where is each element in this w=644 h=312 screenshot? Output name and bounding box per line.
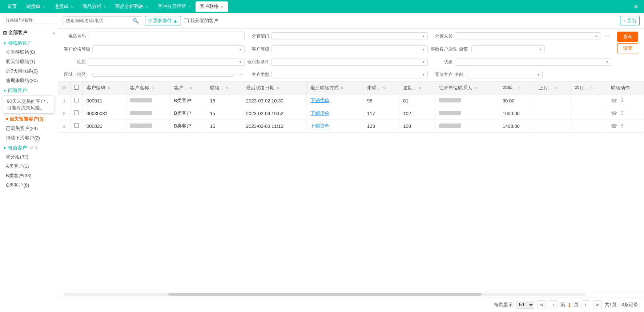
sort-icon-overdue[interactable]: ⇅: [419, 86, 422, 90]
row-contact-icon-2[interactable]: ☎: [611, 123, 617, 129]
chevron-down-icon-9: ▾: [423, 73, 424, 77]
col-gear[interactable]: ⚙: [58, 82, 71, 94]
tab-product-analysis-list[interactable]: 商品分析列表 ×: [111, 1, 152, 12]
query-button[interactable]: 查询: [617, 32, 638, 42]
row-checkbox-2[interactable]: [74, 123, 79, 128]
department-select[interactable]: ▾: [271, 32, 428, 40]
category-search-input[interactable]: [3, 16, 63, 24]
tab-sales[interactable]: 销货单 ×: [22, 1, 49, 12]
horizontal-scrollbar[interactable]: [64, 293, 586, 296]
sort-icon-not-contacted[interactable]: ⇅: [382, 86, 385, 90]
row-contact-icon-0[interactable]: ☎: [611, 98, 617, 104]
tab-product-analysis[interactable]: 商品分析 ×: [78, 1, 110, 12]
price-grade-select[interactable]: ▾: [92, 45, 245, 53]
action-buttons: 查询 设置: [617, 32, 638, 53]
close-tab-purchase[interactable]: ×: [71, 4, 73, 9]
all-customers-header[interactable]: ⊞ 全部客户 «: [0, 27, 58, 38]
close-tab-sales[interactable]: ×: [43, 4, 45, 9]
status-select[interactable]: ▾: [455, 58, 611, 66]
dots-button-1[interactable]: ⋯: [603, 33, 611, 40]
export-button[interactable]: ↑ 导出: [620, 16, 640, 25]
row-more-icon-0[interactable]: ⠿: [620, 98, 624, 104]
scrollbar-thumb[interactable]: [168, 293, 482, 296]
manager-select[interactable]: ▾: [455, 32, 600, 40]
last-page-btn[interactable]: ⊳: [593, 300, 602, 309]
zero-retail-select[interactable]: ▾: [467, 71, 542, 78]
select-all-checkbox[interactable]: [74, 85, 79, 90]
phone-input[interactable]: [88, 32, 245, 40]
row-num-2: 3: [58, 120, 71, 133]
row-checkbox-1[interactable]: [74, 110, 79, 115]
section-problem-customers[interactable]: ▼ 问题客户: [0, 85, 58, 95]
sidebar-item-churned[interactable]: 已流失客户(24): [0, 124, 58, 133]
tab-customer-segment[interactable]: 客户分层经营 ×: [153, 1, 195, 12]
zero-retail-attr-select[interactable]: ▾: [471, 45, 544, 53]
close-tab-product-analysis-list[interactable]: ×: [146, 4, 148, 9]
filter-zero-retail-attr: 零散客户属性 全部 ▾: [431, 45, 611, 53]
tab-home[interactable]: 首页: [3, 1, 21, 12]
row-name-2: [126, 120, 170, 133]
per-page-select[interactable]: 50 100 200: [516, 301, 534, 309]
customer-grade-select[interactable]: ▾: [271, 45, 428, 53]
my-customers-check[interactable]: [184, 19, 189, 23]
sidebar-item-tomorrow-contact[interactable]: 明天待联络(1): [0, 57, 58, 66]
sort-icon-contact[interactable]: ⇅: [225, 86, 228, 90]
sidebar-item-churn-warning[interactable]: 流失预警客户(3): [0, 114, 58, 124]
row-more-icon-2[interactable]: ⠿: [620, 123, 624, 129]
sort-icon-name[interactable]: ⇅: [151, 86, 154, 90]
row-this-month-1: [571, 107, 607, 120]
close-window-button[interactable]: ✕: [631, 2, 641, 12]
tab-customer-contact[interactable]: 客户联络 ×: [196, 1, 228, 12]
sort-icon-date[interactable]: ⇅: [277, 86, 279, 90]
row-last-method-2[interactable]: 下销货单: [306, 120, 363, 133]
collapse-icon[interactable]: «: [52, 30, 55, 35]
more-conditions-btn[interactable]: ▽ 更多条件 ▲: [145, 16, 181, 25]
row-checkbox-0[interactable]: [74, 98, 79, 102]
sidebar-item-7day-contact[interactable]: 近7天待联络(0): [0, 66, 58, 76]
customer-type-select[interactable]: ▾: [271, 71, 428, 78]
settings-button[interactable]: 设置: [617, 43, 638, 53]
row-last-method-0[interactable]: 下销货单: [306, 94, 363, 107]
sort-icon-code[interactable]: ⇅: [108, 86, 110, 90]
sort-icon-method[interactable]: ⇅: [341, 86, 343, 90]
section-pending-contact[interactable]: ▼ 待联络客户: [0, 38, 58, 48]
region-select[interactable]: [92, 73, 234, 77]
sidebar-item-declining[interactable]: 持续下滑客户(2): [0, 133, 58, 143]
next-page-btn[interactable]: ›: [581, 300, 590, 309]
edit-icon[interactable]: ✎: [35, 146, 38, 150]
col-checkbox[interactable]: [71, 82, 83, 94]
my-customers-checkbox[interactable]: 我分管的客户: [184, 17, 218, 24]
row-more-icon-1[interactable]: ⠿: [620, 110, 624, 116]
main-search-input[interactable]: [66, 18, 131, 23]
first-page-btn[interactable]: ⊲: [537, 300, 546, 309]
sort-icon-last-month[interactable]: ⇅: [554, 86, 557, 90]
row-contact-icon-1[interactable]: ☎: [611, 110, 617, 116]
tab-purchase[interactable]: 进货单 ×: [50, 1, 77, 12]
dots-button-2[interactable]: ⋯: [236, 71, 245, 78]
sidebar-item-today-contact[interactable]: 今天待联络(0): [0, 48, 58, 57]
nature-select[interactable]: ▾: [88, 58, 245, 66]
refresh-icon[interactable]: ↺: [30, 146, 33, 150]
close-tab-product-analysis[interactable]: ×: [104, 4, 106, 9]
prev-page-btn[interactable]: ‹: [549, 300, 558, 309]
row-check-1[interactable]: [71, 107, 83, 120]
sidebar-item-overdue-contact[interactable]: 逾期未联络(30): [0, 76, 58, 85]
close-tab-customer-contact[interactable]: ×: [221, 4, 223, 9]
section-value-customers[interactable]: ▼ 价值客户 ↺ ✎: [0, 143, 58, 152]
payment-select[interactable]: ▾: [271, 58, 428, 66]
sort-icon-this-month[interactable]: ⇅: [590, 86, 593, 90]
sort-icon-type[interactable]: ⇅: [189, 86, 192, 90]
sort-icon-this-year[interactable]: ⇅: [518, 86, 521, 90]
row-check-2[interactable]: [71, 120, 83, 133]
col-actions: 联络动作: [607, 82, 644, 94]
sidebar-item-ungrouped[interactable]: 未分组(32): [0, 152, 58, 162]
sidebar-item-a-customers[interactable]: A类客户(1): [0, 162, 58, 171]
settings-gear-icon[interactable]: ⚙: [62, 85, 67, 91]
sort-icon-contacts[interactable]: ⇅: [474, 86, 477, 90]
main-search-icon[interactable]: 🔍: [133, 18, 139, 24]
row-check-0[interactable]: [71, 94, 83, 107]
sidebar-item-c-customers[interactable]: C类客户(6): [0, 181, 58, 190]
row-last-method-1[interactable]: 下销货单: [306, 107, 363, 120]
close-tab-customer-segment[interactable]: ×: [188, 4, 190, 9]
sidebar-item-b-customers[interactable]: B类客户(33): [0, 171, 58, 181]
